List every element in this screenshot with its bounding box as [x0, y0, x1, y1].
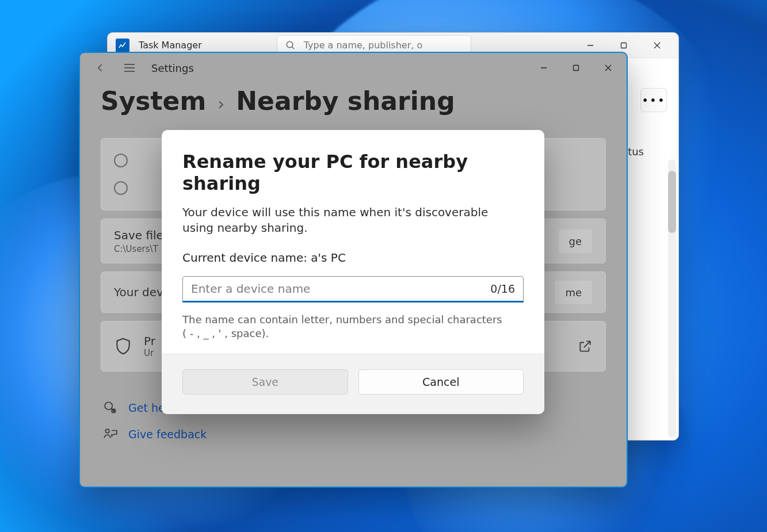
breadcrumb-page: Nearby sharing — [236, 86, 455, 116]
help-icon: ? — [103, 400, 118, 415]
column-header-status[interactable]: tus — [628, 146, 644, 158]
device-name-input[interactable] — [191, 282, 484, 296]
hamburger-button[interactable] — [120, 59, 139, 77]
task-manager-title: Task Manager — [139, 40, 202, 51]
settings-title: Settings — [151, 62, 194, 74]
task-manager-icon — [116, 39, 129, 52]
rename-device-button[interactable]: me — [554, 280, 593, 305]
settings-titlebar: Settings — [80, 53, 627, 83]
radio-option[interactable] — [114, 154, 128, 167]
back-button[interactable] — [91, 59, 110, 77]
device-name-input-wrap: 0/16 — [182, 276, 524, 303]
save-location-title: Save files — [114, 228, 169, 242]
shield-icon — [114, 337, 132, 355]
radio-option[interactable] — [114, 181, 128, 195]
minimize-button[interactable] — [528, 55, 560, 81]
save-location-path: C:\Users\T — [114, 244, 169, 254]
device-name-label: Your dev — [114, 285, 163, 299]
give-feedback-link[interactable]: Give feedback — [101, 421, 606, 447]
breadcrumb-root[interactable]: System — [101, 86, 206, 116]
svg-point-1 — [287, 41, 293, 48]
feedback-icon — [103, 427, 118, 442]
privacy-title: Pr — [144, 334, 155, 348]
svg-rect-4 — [621, 43, 627, 48]
maximize-button[interactable] — [560, 55, 592, 81]
change-location-button[interactable]: ge — [558, 229, 593, 254]
dialog-hint: The name can contain letter, numbers and… — [182, 313, 505, 341]
open-external-icon — [578, 339, 593, 354]
svg-text:?: ? — [113, 409, 115, 413]
scrollbar-thumb[interactable] — [668, 171, 676, 233]
dialog-description: Your device will use this name when it's… — [182, 205, 505, 236]
dialog-footer: Save Cancel — [162, 354, 544, 414]
svg-line-2 — [292, 47, 294, 49]
dialog-title: Rename your PC for nearby sharing — [182, 151, 524, 194]
svg-rect-11 — [574, 66, 579, 71]
privacy-subtitle: Ur — [144, 348, 155, 358]
more-options-button[interactable]: ••• — [640, 88, 667, 112]
chevron-right-icon: › — [217, 94, 224, 114]
rename-pc-dialog: Rename your PC for nearby sharing Your d… — [162, 130, 544, 414]
give-feedback-label: Give feedback — [128, 428, 207, 441]
search-icon — [285, 40, 296, 51]
breadcrumb: System › Nearby sharing — [80, 83, 627, 119]
close-button[interactable] — [592, 55, 624, 81]
char-counter: 0/16 — [484, 282, 515, 295]
svg-rect-0 — [118, 41, 127, 50]
svg-point-17 — [105, 429, 109, 433]
task-manager-search-placeholder: Type a name, publisher, o — [304, 40, 422, 51]
current-device-name: Current device name: a's PC — [182, 251, 524, 265]
close-button[interactable] — [640, 33, 674, 58]
more-icon: ••• — [642, 93, 665, 107]
cancel-button[interactable]: Cancel — [358, 369, 524, 395]
save-button[interactable]: Save — [182, 369, 348, 395]
